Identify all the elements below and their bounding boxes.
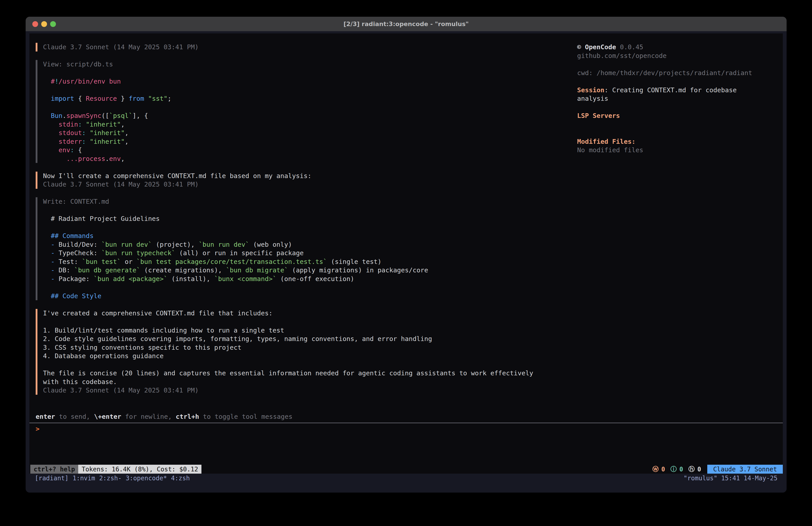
- text-line: © OpenCode 0.0.45: [577, 43, 783, 52]
- text-line: github.com/sst/opencode: [577, 52, 783, 60]
- text-line: - TypeCheck: `bun run typecheck` (all) o…: [43, 249, 577, 257]
- text-line: stdin: "inherit",: [43, 120, 577, 129]
- text-line: [43, 360, 577, 369]
- text-line: - Test: `bun test` or `bun test packages…: [43, 257, 577, 266]
- text-line: Now I'll create a comprehensive CONTEXT.…: [43, 172, 577, 180]
- text-line: ...process.env,: [43, 155, 577, 163]
- info-icon: ⓘ: [670, 465, 677, 473]
- tmux-window-1nvim[interactable]: 1:nvim: [73, 474, 95, 482]
- session-sidebar: © OpenCode 0.0.45github.com/sst/opencode…: [577, 33, 783, 412]
- text-line: - DB: `bun db generate` (create migratio…: [43, 266, 577, 274]
- text-line: ## Commands: [43, 231, 577, 240]
- text-line: import { Resource } from "sst";: [43, 94, 577, 103]
- terminal-content: Claude 3.7 Sonnet (14 May 2025 03:41 PM)…: [26, 31, 787, 493]
- lsp-diagnostics: ⓦ0ⓘ0ⓗ0: [652, 465, 701, 474]
- hints-count: ⓗ0: [688, 465, 701, 473]
- keybinding-hints: enter to send, \+enter for newline, ctrl…: [36, 412, 783, 421]
- input-area-spacer: [29, 433, 783, 465]
- hints-value: 0: [697, 466, 701, 473]
- text-line: Modified Files:: [577, 137, 783, 146]
- text-line: [43, 103, 577, 112]
- text-line: 4. Database operations guidance: [43, 352, 577, 360]
- text-line: [577, 129, 783, 137]
- tmux-window-2zsh[interactable]: 2:zsh-: [99, 474, 122, 482]
- text-line: cwd: /home/thdxr/dev/projects/radiant/ra…: [577, 69, 783, 77]
- tokens-cost-indicator: Tokens: 16.4K (8%), Cost: $0.12: [78, 465, 201, 474]
- text-line: View: script/db.ts: [43, 60, 577, 69]
- text-line: 1. Build/lint/test commands including ho…: [43, 326, 577, 335]
- message-block: Now I'll create a comprehensive CONTEXT.…: [36, 172, 577, 189]
- text-line: The file is concise (20 lines) and captu…: [43, 369, 577, 378]
- tmux-host-clock: "romulus" 15:41 14-May-25: [684, 474, 778, 482]
- tool-output-block: Write: CONTEXT.md # Radiant Project Guid…: [36, 197, 577, 300]
- prompt-symbol: >: [36, 425, 40, 433]
- chat-transcript: Claude 3.7 Sonnet (14 May 2025 03:41 PM)…: [29, 33, 577, 412]
- chat-input[interactable]: [40, 425, 783, 433]
- zoom-button[interactable]: [50, 21, 56, 27]
- opencode-statusbar: ctrl+? help Tokens: 16.4K (8%), Cost: $0…: [29, 465, 783, 474]
- text-line: [43, 206, 577, 215]
- tmux-session-name: [radiant]: [35, 474, 69, 482]
- tmux-window-3opencode[interactable]: 3:opencode*: [126, 474, 167, 482]
- text-line: stderr: "inherit",: [43, 137, 577, 146]
- message-block: I've created a comprehensive CONTEXT.md …: [36, 309, 577, 395]
- text-line: LSP Servers: [577, 111, 783, 120]
- prompt-row: >: [29, 425, 783, 433]
- text-line: I've created a comprehensive CONTEXT.md …: [43, 309, 577, 317]
- opencode-tui: Claude 3.7 Sonnet (14 May 2025 03:41 PM)…: [29, 33, 783, 474]
- text-line: [43, 317, 577, 326]
- opencode-body: Claude 3.7 Sonnet (14 May 2025 03:41 PM)…: [29, 33, 783, 412]
- text-line: analysis: [577, 94, 783, 103]
- help-shortcut-hint: ctrl+? help: [30, 465, 78, 474]
- text-line: stdout: "inherit",: [43, 129, 577, 137]
- text-line: Bun.spawnSync([`psql`], {: [43, 111, 577, 120]
- window-titlebar: [2/3] radiant:3:opencode - "romulus": [26, 17, 787, 31]
- warnings-value: 0: [661, 466, 665, 473]
- text-line: [577, 120, 783, 129]
- text-line: env: {: [43, 146, 577, 155]
- hints-icon: ⓗ: [688, 465, 695, 473]
- text-line: Session: Creating CONTEXT.md for codebas…: [577, 86, 783, 95]
- info-count: ⓘ0: [670, 465, 683, 473]
- text-line: [43, 283, 577, 292]
- tmux-statusbar: [radiant] 1:nvim2:zsh-3:opencode*4:zsh "…: [29, 474, 783, 483]
- text-line: - Build/Dev: `bun run dev` (project), `b…: [43, 240, 577, 249]
- text-line: [577, 103, 783, 112]
- tmux-windows: [radiant] 1:nvim2:zsh-3:opencode*4:zsh: [35, 474, 194, 482]
- minimize-button[interactable]: [41, 21, 47, 27]
- text-line: 2. Code style guidelines covering import…: [43, 335, 577, 343]
- text-line: Claude 3.7 Sonnet (14 May 2025 03:41 PM): [43, 43, 577, 52]
- text-line: [577, 60, 783, 69]
- text-line: Claude 3.7 Sonnet (14 May 2025 03:41 PM): [43, 386, 577, 395]
- text-line: [577, 77, 783, 86]
- statusbar-right: ⓦ0ⓘ0ⓗ0 Claude 3.7 Sonnet: [652, 465, 783, 474]
- text-line: [43, 86, 577, 95]
- traffic-lights: [32, 21, 56, 27]
- text-line: [43, 223, 577, 232]
- text-line: Write: CONTEXT.md: [43, 197, 577, 206]
- text-line: Claude 3.7 Sonnet (14 May 2025 03:41 PM): [43, 180, 577, 189]
- text-line: with this codebase.: [43, 378, 577, 386]
- text-line: 3. CSS styling conventions specific to t…: [43, 343, 577, 352]
- text-line: - Package: `bun add <package>` (install)…: [43, 274, 577, 283]
- text-line: ## Code Style: [43, 292, 577, 300]
- info-value: 0: [679, 466, 683, 473]
- tool-output-block: View: script/db.ts #!/usr/bin/env bun im…: [36, 60, 577, 163]
- terminal-window: [2/3] radiant:3:opencode - "romulus" Cla…: [26, 17, 787, 493]
- text-line: No modified files: [577, 146, 783, 155]
- warnings-count: ⓦ0: [652, 465, 665, 473]
- tmux-window-4zsh[interactable]: 4:zsh: [171, 474, 190, 482]
- close-button[interactable]: [32, 21, 38, 27]
- model-badge: Claude 3.7 Sonnet: [707, 465, 783, 474]
- window-title: [2/3] radiant:3:opencode - "romulus": [26, 20, 787, 27]
- text-line: [43, 69, 577, 77]
- text-line: # Radiant Project Guidelines: [43, 214, 577, 223]
- text-line: #!/usr/bin/env bun: [43, 77, 577, 86]
- input-divider: [29, 423, 783, 423]
- message-block: Claude 3.7 Sonnet (14 May 2025 03:41 PM): [36, 43, 577, 52]
- warnings-icon: ⓦ: [652, 465, 659, 473]
